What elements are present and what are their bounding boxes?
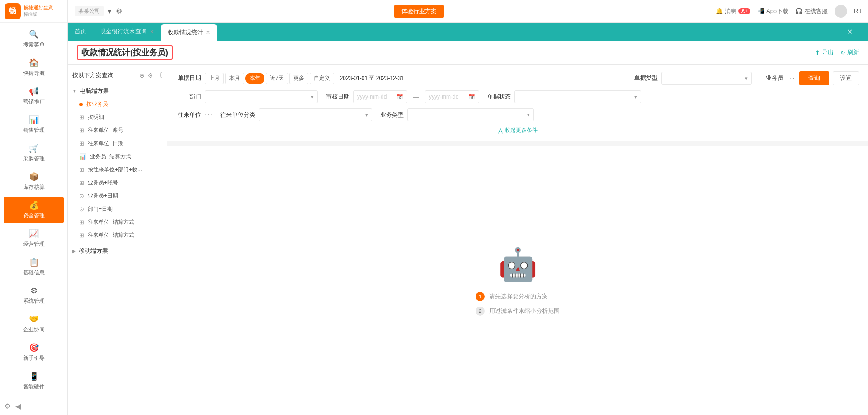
plan-item-by-salesperson[interactable]: 按业务员 <box>68 98 167 111</box>
business-type-label: 业务类型 <box>379 111 404 119</box>
tab-maximize-icon[interactable]: ⛶ <box>856 28 863 36</box>
plan-item-unit-date[interactable]: ⊞ 往来单位+日期 <box>68 137 167 150</box>
basic-info-icon: 📋 <box>29 257 39 267</box>
tab-close-all-icon[interactable]: ✕ <box>847 28 853 36</box>
empty-robot-icon: 🤖 <box>498 246 538 283</box>
header-gear-icon[interactable]: ⚙ <box>116 7 122 15</box>
empty-tip-2: 2 用过滤条件来缩小分析范围 <box>476 307 560 316</box>
tab-bank-flow-label: 现金银行流水查询 <box>100 28 147 36</box>
enterprise-icon: 🤝 <box>29 314 39 324</box>
gear-plan-icon[interactable]: ⚙ <box>147 72 153 79</box>
date-btn-7days[interactable]: 近7天 <box>266 73 288 84</box>
plan-item-salesperson-settlement[interactable]: 📊 业务员+结算方式 <box>68 150 167 163</box>
sidebar-item-label: 销售管理 <box>23 127 45 134</box>
plan-item-salesperson-account[interactable]: ⊞ 业务员+账号 <box>68 176 167 189</box>
operations-icon: 📈 <box>29 229 39 239</box>
sidebar-item-operations[interactable]: 📈 经营管理 <box>0 224 67 253</box>
date-btn-this-month[interactable]: 本月 <box>225 73 244 84</box>
tab-bank-flow[interactable]: 现金银行流水查询 ✕ <box>93 23 161 41</box>
date-btn-last-month[interactable]: 上月 <box>205 73 224 84</box>
export-btn[interactable]: ⬆ 导出 <box>815 48 834 57</box>
review-date-end[interactable]: yyyy-mm-dd 📅 <box>425 90 479 103</box>
refresh-btn[interactable]: ↻ 刷新 <box>840 48 859 57</box>
plan-item-label: 往来单位+结算方式 <box>88 218 134 226</box>
sidebar-item-label: 企业协同 <box>23 326 45 334</box>
filter-salesperson-item: 业务员 ··· 查询 设置 <box>759 71 859 85</box>
sidebar-item-sales[interactable]: 📊 销售管理 <box>0 110 67 139</box>
panel-header-title: 按以下方案查询 <box>72 71 113 80</box>
date-btn-this-year[interactable]: 本年 <box>245 73 264 84</box>
filter-area: 单据日期 上月 本月 本年 近7天 更多 自定义 2023-01-01 至 20… <box>167 65 868 141</box>
tab-home[interactable]: 首页 <box>68 23 93 41</box>
plan-icon: ⊞ <box>79 114 84 121</box>
select-arrow-icon: ▾ <box>311 94 314 100</box>
section-expand-icon: ▼ <box>72 89 77 94</box>
sidebar-item-inventory[interactable]: 📦 库存核算 <box>0 167 67 196</box>
tab-collection-stats[interactable]: 收款情况统计 ✕ <box>161 24 217 41</box>
sidebar-item-quick-nav[interactable]: 🏠 快捷导航 <box>0 53 67 82</box>
filter-date-item: 单据日期 上月 本月 本年 近7天 更多 自定义 2023-01-01 至 20… <box>176 73 404 84</box>
review-date-label: 审核日期 <box>325 93 349 101</box>
sidebar-item-purchase[interactable]: 🛒 采购管理 <box>0 139 67 167</box>
plan-item-by-detail[interactable]: ⊞ 按明细 <box>68 111 167 124</box>
sidebar-item-marketing[interactable]: 📢 营销推广 <box>0 82 67 110</box>
headset-icon: 🎧 <box>795 8 802 14</box>
select-arrow-icon: ▾ <box>634 94 637 100</box>
settings-bottom-icon[interactable]: ⚙ <box>5 402 11 410</box>
salesperson-label: 业务员 <box>759 74 783 82</box>
setting-btn[interactable]: 设置 <box>833 71 859 85</box>
trial-btn[interactable]: 体验行业方案 <box>394 5 444 18</box>
collapse-panel-icon[interactable]: 《 <box>156 71 162 80</box>
plan-item-unit-account[interactable]: ⊞ 往来单位+账号 <box>68 124 167 137</box>
sidebar-item-enterprise[interactable]: 🤝 企业协同 <box>0 310 67 338</box>
tab-collection-stats-close[interactable]: ✕ <box>206 29 210 36</box>
refresh-icon: ↻ <box>840 49 845 56</box>
plan-item-unit-settlement1[interactable]: ⊞ 往来单位+结算方式 <box>68 216 167 229</box>
voucher-type-select[interactable]: ▾ <box>661 72 752 85</box>
plan-icon: ⊞ <box>79 140 84 147</box>
sidebar-item-label: 快捷导航 <box>23 70 45 77</box>
date-btn-custom[interactable]: 自定义 <box>310 73 334 84</box>
sidebar-item-smart-hw[interactable]: 📱 智能硬件 <box>0 367 67 395</box>
section-collapse-icon: ▶ <box>72 249 76 254</box>
query-btn[interactable]: 查询 <box>799 71 829 85</box>
dept-select[interactable]: ▾ <box>205 90 318 103</box>
date-btn-more[interactable]: 更多 <box>289 73 308 84</box>
desktop-section-header[interactable]: ▼ 电脑端方案 <box>68 84 167 98</box>
voucher-status-select[interactable]: ▾ <box>514 90 641 103</box>
message-badge: 99+ <box>738 8 750 14</box>
plan-item-dept-date[interactable]: ⊙ 部门+日期 <box>68 203 167 216</box>
app-download-btn[interactable]: 📲 App下载 <box>757 7 788 15</box>
review-date-start[interactable]: yyyy-mm-dd 📅 <box>353 90 407 103</box>
plan-item-unit-settlement2[interactable]: ⊞ 往来单位+结算方式 <box>68 229 167 242</box>
message-btn[interactable]: 🔔 消息 99+ <box>716 7 750 15</box>
collapse-more-btn[interactable]: ⋀ 收起更多条件 <box>498 127 538 134</box>
date-range-display: 2023-01-01 至 2023-12-31 <box>340 75 404 82</box>
sidebar-item-label: 基础信息 <box>23 269 45 277</box>
tab-bank-flow-close[interactable]: ✕ <box>150 28 154 35</box>
sidebar-item-guide[interactable]: 🎯 新手引导 <box>0 338 67 367</box>
sidebar-nav: 🔍 搜索菜单 🏠 快捷导航 📢 营销推广 📊 销售管理 🛒 采购管理 📦 库存核… <box>0 23 67 397</box>
sidebar-item-system[interactable]: ⚙ 系统管理 <box>0 281 67 310</box>
sidebar-item-search[interactable]: 🔍 搜索菜单 <box>0 25 67 53</box>
company-dropdown-icon[interactable]: ▾ <box>108 8 111 15</box>
filter-review-date-item: 审核日期 yyyy-mm-dd 📅 — yyyy-mm-dd 📅 <box>325 90 479 103</box>
business-type-select[interactable]: ▾ <box>407 108 534 121</box>
counterpart-more-icon[interactable]: ··· <box>205 111 213 119</box>
sidebar-item-capital[interactable]: 💰 资金管理 <box>4 197 64 223</box>
plan-item-salesperson-date[interactable]: ⊙ 业务员+日期 <box>68 189 167 203</box>
salesperson-more-icon[interactable]: ··· <box>787 74 796 82</box>
sidebar-item-basic-info[interactable]: 📋 基础信息 <box>0 253 67 281</box>
mobile-section-header[interactable]: ▶ 移动端方案 <box>68 244 167 258</box>
page-title: 收款情况统计(按业务员) <box>77 45 173 60</box>
user-avatar[interactable] <box>835 5 847 18</box>
inventory-icon: 📦 <box>29 172 39 182</box>
add-plan-icon[interactable]: ⊕ <box>139 72 145 79</box>
counterpart-type-select[interactable]: ▾ <box>259 108 372 121</box>
online-service-btn[interactable]: 🎧 在线客服 <box>795 7 828 15</box>
download-icon: 📲 <box>757 8 764 14</box>
user-name: Rit <box>854 8 861 14</box>
calendar-icon: 📅 <box>396 94 403 100</box>
collapse-sidebar-icon[interactable]: ◀ <box>15 402 21 410</box>
plan-item-unit-dept-collect[interactable]: ⊞ 按往来单位+部门+收... <box>68 163 167 176</box>
